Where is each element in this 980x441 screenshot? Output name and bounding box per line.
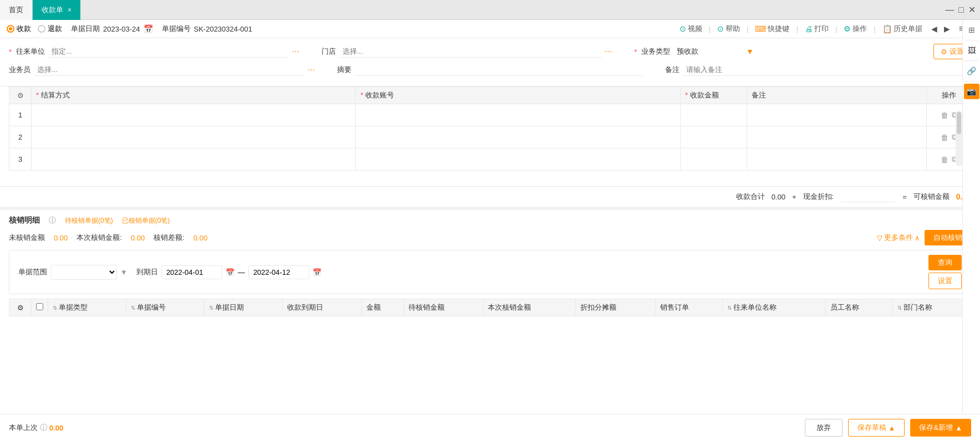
col-current-verify-label: 本次核销金额 xyxy=(488,303,531,311)
save-draft-button[interactable]: 保存草稿 ▲ xyxy=(848,419,905,437)
select-all-checkbox[interactable] xyxy=(36,303,43,310)
form-row-1: * 往来单位 ··· 门店 ··· * 业务类型 预收款 ▼ ⚙ 设置 xyxy=(9,44,971,59)
sidebar-image-btn[interactable]: 🖼 xyxy=(964,43,979,58)
sep2: | xyxy=(747,25,748,33)
col-pending-verify: 待核销金额 xyxy=(404,299,483,316)
scrollbar-thumb[interactable] xyxy=(957,112,961,134)
row-3-amount[interactable] xyxy=(680,148,747,171)
calendar-icon[interactable]: 📅 xyxy=(144,24,153,33)
date-to-input[interactable] xyxy=(248,265,309,279)
row-1-settle[interactable] xyxy=(32,104,356,126)
table-row: 2 🗑 ⧉ xyxy=(9,126,971,148)
col-party-name: ⇅ 往来单位名称 xyxy=(722,299,825,316)
action-operation[interactable]: ⚙ 操作 xyxy=(844,24,867,34)
row-3-settle[interactable] xyxy=(32,148,356,171)
abandon-button[interactable]: 放弃 xyxy=(805,419,843,437)
tab-bar-close-icon[interactable]: ✕ xyxy=(968,4,976,15)
store-input[interactable] xyxy=(339,45,601,58)
biz-type-label: 业务类型 xyxy=(641,47,670,57)
date-range-separator: — xyxy=(238,268,245,276)
radio-receipt[interactable]: 收款 xyxy=(7,24,31,34)
tab-home[interactable]: 首页 xyxy=(0,0,33,20)
employee-input[interactable] xyxy=(34,64,304,76)
number-value: SK-20230324-001 xyxy=(194,25,253,33)
party-more-icon[interactable]: ··· xyxy=(292,47,299,57)
info-icon[interactable]: ⓘ xyxy=(49,216,56,225)
party-input[interactable] xyxy=(48,45,289,58)
operation-icon: ⚙ xyxy=(844,24,851,33)
date-value: 2023-03-24 xyxy=(103,25,140,33)
sidebar-link-btn[interactable]: 🔗 xyxy=(964,63,979,79)
tab-bar-minimize-icon[interactable]: — xyxy=(945,5,954,15)
form-area: * 往来单位 ··· 门店 ··· * 业务类型 预收款 ▼ ⚙ 设置 xyxy=(0,38,980,86)
pending-badge[interactable]: 待核销单据(0笔) xyxy=(65,216,113,225)
save-new-arrow-icon: ▲ xyxy=(955,424,962,432)
form-row-2: 业务员 ··· 摘要 备注 xyxy=(9,64,971,76)
save-draft-arrow-icon: ▲ xyxy=(889,424,896,432)
row-2-remark[interactable] xyxy=(747,126,926,148)
prev-arrow[interactable]: ◀ xyxy=(929,23,940,34)
row-3-remark[interactable] xyxy=(747,148,926,171)
total-value: 0.00 xyxy=(772,193,785,201)
settings-gear-icon: ⚙ xyxy=(941,48,947,56)
calendar-from-icon[interactable]: 📅 xyxy=(226,268,234,276)
sidebar-table-btn[interactable]: ⊞ xyxy=(964,22,979,38)
next-arrow[interactable]: ▶ xyxy=(942,23,952,34)
row-2-delete-icon[interactable]: 🗑 xyxy=(941,133,948,142)
range-dropdown-icon[interactable]: ▼ xyxy=(120,268,127,276)
filter-icon: ▽ xyxy=(877,234,882,242)
row-2-account[interactable] xyxy=(356,126,680,148)
diff-label: 核销差额: xyxy=(154,233,185,243)
employee-more-icon[interactable]: ··· xyxy=(308,65,315,75)
col-checkbox-header: ⚙ xyxy=(9,299,32,316)
biz-type-required-mark: * xyxy=(634,48,637,56)
main-area: 收款 退款 单据日期 2023-03-24 📅 单据编号 SK-20230324… xyxy=(0,20,980,441)
store-more-icon[interactable]: ··· xyxy=(605,47,612,57)
row-3-account[interactable] xyxy=(356,148,680,171)
action-print[interactable]: 🖨 打印 xyxy=(805,24,829,34)
row-3-delete-icon[interactable]: 🗑 xyxy=(941,155,948,164)
col-doc-number: ⇅ 单据编号 xyxy=(126,299,204,316)
completed-badge[interactable]: 已核销单据(0笔) xyxy=(122,216,170,225)
info-circle-icon: ⓘ xyxy=(40,423,47,433)
discount-input[interactable] xyxy=(840,191,896,202)
table2-gear-icon[interactable]: ⚙ xyxy=(17,304,24,312)
row-1-amount[interactable] xyxy=(680,104,747,126)
action-print-label: 打印 xyxy=(814,24,829,34)
due-label: 到期日 xyxy=(136,267,158,277)
col-doc-date-label: 单据日期 xyxy=(215,303,244,311)
action-video[interactable]: ⊙ 视频 xyxy=(680,24,702,34)
tab-bar-maximize-icon[interactable]: □ xyxy=(958,5,964,15)
tab-close-icon[interactable]: × xyxy=(68,6,72,14)
remark-input[interactable] xyxy=(683,64,971,76)
calendar-to-icon[interactable]: 📅 xyxy=(313,268,321,276)
range-field: 单据范围 ▼ xyxy=(18,265,127,280)
action-help[interactable]: ⊙ 帮助 xyxy=(717,24,740,34)
col-gear[interactable]: ⚙ xyxy=(9,87,32,104)
date-label: 单据日期 xyxy=(71,24,100,34)
sidebar-camera-btn[interactable]: 📷 xyxy=(964,84,979,99)
col-amount: 金额 xyxy=(362,299,404,316)
row-2-amount[interactable] xyxy=(680,126,747,148)
more-conditions-btn[interactable]: ▽ 更多条件 ∧ xyxy=(877,233,920,243)
row-1-delete-icon[interactable]: 🗑 xyxy=(941,111,948,120)
radio-refund[interactable]: 退款 xyxy=(38,24,62,34)
summary-input[interactable] xyxy=(355,64,643,76)
date-range: 到期日 📅 — 📅 xyxy=(136,265,321,279)
current-period: 本单上次 ⓘ 0.00 xyxy=(9,423,63,433)
tab-receipt[interactable]: 收款单 × xyxy=(33,0,80,20)
action-history[interactable]: 📋 历史单据 xyxy=(882,24,922,34)
row-1-remark[interactable] xyxy=(747,104,926,126)
row-1-account[interactable] xyxy=(356,104,680,126)
date-from-input[interactable] xyxy=(161,265,222,279)
range-select[interactable] xyxy=(50,265,117,280)
number-label: 单据编号 xyxy=(162,24,191,34)
table-gear-icon[interactable]: ⚙ xyxy=(17,91,24,100)
row-2-settle[interactable] xyxy=(32,126,356,148)
action-shortcut[interactable]: ⌨ 快捷键 xyxy=(755,24,789,34)
query-button[interactable]: 查询 xyxy=(928,255,962,270)
filter-settings-button[interactable]: 设置 xyxy=(928,273,962,289)
footer-actions: 放弃 保存草稿 ▲ 保存&新增 ▲ xyxy=(805,419,971,437)
biz-type-dropdown-icon[interactable]: ▼ xyxy=(746,47,754,56)
save-new-button[interactable]: 保存&新增 ▲ xyxy=(910,419,971,437)
